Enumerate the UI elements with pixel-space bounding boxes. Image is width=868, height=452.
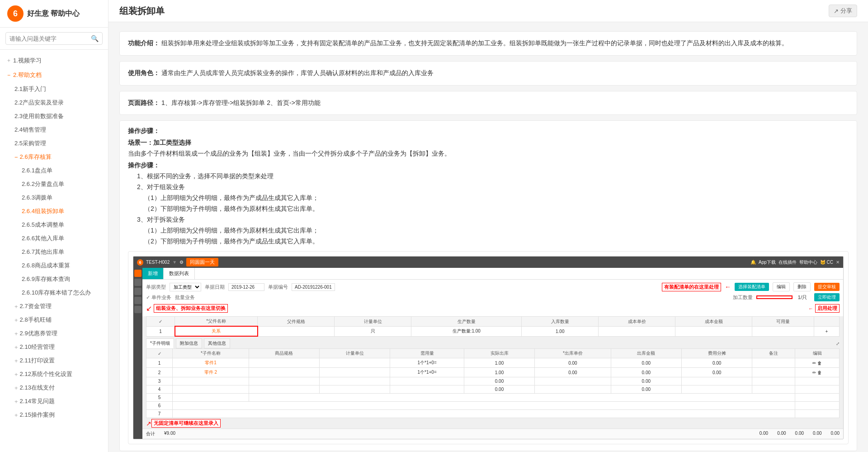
mock-th-qty: 生产数量 [411, 317, 522, 327]
mock-footer-val1: ¥9.00 [164, 431, 175, 437]
nav-item-265[interactable]: 2.6.5成本调整单 [0, 218, 108, 232]
sidebar: 6 好生意 帮助中心 🔍 + 1.视频学习 − 2.帮助文档 2.1新手入门 2… [0, 0, 108, 452]
search-box[interactable]: 🔍 [5, 32, 103, 45]
nav-item-210[interactable]: + 2.10经营管理 [0, 340, 108, 354]
mock-lower-th-check: ✓ [146, 349, 173, 358]
logo-area: 6 好生意 帮助中心 [0, 0, 108, 28]
mock-screenshot: 6 TEST-H002 ▼ ⚙ 同圆圆一天 🔔 App下载 在线插件 帮助中心 … [133, 256, 844, 439]
mock-upper-table-wrapper: ✓ *父件名称 父件规格 计量单位 生产数量 入库数量 成本单价 成本金额 [142, 316, 843, 338]
nav-item-24[interactable]: 2.4销售管理 [0, 123, 108, 137]
mock-th-goods: *父件名称 [175, 317, 258, 327]
mock-lower-td-name1[interactable]: 零件1 [173, 358, 249, 368]
mock-header-form: 单据类型 加工类型 单据日期 2019-12-26 单据编号 AD-201912… [142, 280, 843, 316]
mock-tab-remark[interactable]: 附加信息 [176, 338, 202, 348]
mock-lower-td-price3 [535, 377, 611, 385]
nav-item-help-docs[interactable]: − 2.帮助文档 [0, 68, 108, 82]
nav-item-214[interactable]: + 2.14常见问题 [0, 395, 108, 408]
mock-lower-td-num4: 4 [146, 385, 173, 394]
steps-block: 操作步骤： 场景一：加工类型选择 当由多个子件材料组装成一个成品的业务为【组装】… [119, 120, 857, 451]
table-row: 1 零件1 1个*1+0= 1.00 0.00 0.00 [146, 358, 840, 368]
mock-lower-td-num5: 5 [146, 394, 173, 402]
mock-footer-label2: 0.00 [760, 431, 768, 437]
nav-item-29[interactable]: + 2.9优惠券管理 [0, 327, 108, 340]
mock-btn-delete[interactable]: 删除 [793, 282, 811, 291]
mock-expand-icon[interactable]: ⤢ [836, 341, 840, 346]
mock-lower-td-name2[interactable]: 零件 2 [173, 368, 249, 377]
nav-item-266[interactable]: 2.6.6其他入库单 [0, 232, 108, 245]
mock-date-input[interactable]: 2019-12-26 [228, 283, 264, 291]
mock-btn-apply[interactable]: 立即处理 [814, 293, 840, 301]
mock-lower-td-avail2: 0.00 [681, 368, 752, 377]
nav-item-22[interactable]: 2.2产品安装及登录 [0, 96, 108, 109]
mock-td-unit: 只 [335, 326, 411, 336]
nav-item-267[interactable]: 2.6.7其他出库单 [0, 245, 108, 259]
mock-btn-select-bom[interactable]: 选择装配清单 [735, 283, 769, 291]
mock-td-btn[interactable]: + [814, 326, 839, 336]
mock-main-layout: 新增 数据列表 单据类型 加工类型 单据日期 [133, 268, 843, 439]
mock-tab-new[interactable]: 新增 [142, 268, 164, 279]
mock-icon2: App下载 [759, 259, 776, 266]
nav-item-211[interactable]: + 2.11打印设置 [0, 354, 108, 367]
mock-tab-other[interactable]: 其他信息 [204, 338, 230, 348]
mock-lower-td-avail3 [681, 377, 752, 385]
nav-item-21[interactable]: 2.1新手入门 [0, 82, 108, 96]
prefix-icon: − [7, 72, 10, 78]
prefix-icon: + [7, 57, 10, 64]
mock-th-unit-cost: 入库数量 [522, 317, 599, 327]
mock-th-avail: 可用量 [752, 317, 814, 327]
mock-lower-th-ops: 编辑 [795, 349, 840, 358]
nav-item-268[interactable]: 2.6.8商品成本重算 [0, 259, 108, 272]
nav-item-video[interactable]: + 1.视频学习 [0, 53, 108, 68]
table-row: 5 [146, 394, 840, 402]
nav-item-261[interactable]: 2.6.1盘点单 [0, 164, 108, 177]
nav-item-213[interactable]: + 2.13在线支付 [0, 381, 108, 395]
nav-item-28[interactable]: + 2.8手机旺铺 [0, 313, 108, 327]
share-button[interactable]: ↗ 分享 [829, 5, 857, 17]
mock-lower-td-real3: 0.00 [464, 377, 534, 385]
mock-footer-label3: 0.00 [777, 431, 786, 437]
mock-annotation-row4: ↗ 无固定清单可继续在这里录入 [146, 418, 840, 428]
mock-sync-icon: ⚙ [179, 260, 184, 265]
nav-item-263[interactable]: 2.6.3调拨单 [0, 191, 108, 205]
arrow-icon1: ← [725, 283, 731, 290]
path-text: 1、库存核算->库存管理->组装拆卸单 2、首页->常用功能 [161, 99, 321, 106]
nav-item-262[interactable]: 2.6.2分量盘点单 [0, 177, 108, 191]
main-content: 组装拆卸单 ↗ 分享 功能介绍： 组装拆卸单用来处理企业组装或拆卸等加工业务，支… [108, 0, 868, 452]
mock-lower-td-sku4 [249, 385, 319, 394]
mock-td-name[interactable]: 关系 [175, 326, 258, 336]
mock-qty-input[interactable] [756, 295, 793, 299]
mock-footer-ops: 0.00 [831, 431, 840, 437]
mock-tab-sub[interactable]: *子件明细 [146, 338, 174, 348]
role-block: 使用角色： 通常由生产人员或库管人员完成拆装业务的操作，库管人员确认原材料的出库… [119, 61, 857, 86]
mock-lower-td-ops2[interactable]: ✏ 🗑 [795, 368, 840, 377]
mock-td-prod-qty: 生产数量:1.00 [411, 326, 522, 336]
mock-select-type[interactable]: 加工类型 [170, 283, 201, 291]
mock-btn-submit[interactable]: 提交审核 [814, 283, 840, 291]
nav-item-25[interactable]: 2.5采购管理 [0, 137, 108, 150]
mock-lower-td-memo4 [752, 385, 795, 394]
nav-item-23[interactable]: 2.3使用前数据准备 [0, 109, 108, 123]
nav-item-212[interactable]: + 2.12系统个性化设置 [0, 367, 108, 381]
ops-title: 操作步骤： [128, 127, 849, 135]
nav-item-27[interactable]: + 2.7资金管理 [0, 300, 108, 313]
mock-lower-th-unit-amt: *出库单价 [535, 349, 611, 358]
mock-nav-btn[interactable]: 同圆圆一天 [186, 258, 218, 266]
path-label: 页面路径： [128, 99, 160, 106]
search-input[interactable] [9, 35, 91, 42]
search-icon[interactable]: 🔍 [91, 35, 99, 42]
table-row: 7 [146, 410, 840, 418]
nav-item-269[interactable]: 2.6.9库存账本查询 [0, 272, 108, 286]
nav-item-26[interactable]: − 2.6库存核算 [0, 150, 108, 164]
mock-tab-list[interactable]: 数据列表 [164, 268, 195, 279]
mock-btn-edit[interactable]: 编辑 [773, 282, 790, 291]
nav-item-215[interactable]: + 2.15操作案例 [0, 408, 108, 422]
mock-close[interactable]: ✕ [836, 260, 840, 265]
mock-lower-th-memo: 备注 [752, 349, 795, 358]
mock-lower-td-name5 [173, 394, 249, 402]
mock-lower-td-ops1[interactable]: ✏ 🗑 [795, 358, 840, 368]
step3-2: （2）下部明细为子件明细，最终作为产成品生成其它入库单。 [144, 238, 849, 246]
nav-item-264[interactable]: 2.6.4组装拆卸单 [0, 205, 108, 218]
logo-text: 好生意 帮助中心 [27, 9, 80, 19]
mock-docno-input[interactable]: AD-20191226-001 [292, 283, 335, 291]
nav-item-2610[interactable]: 2.6.10库存账本错了怎么办 [0, 286, 108, 300]
